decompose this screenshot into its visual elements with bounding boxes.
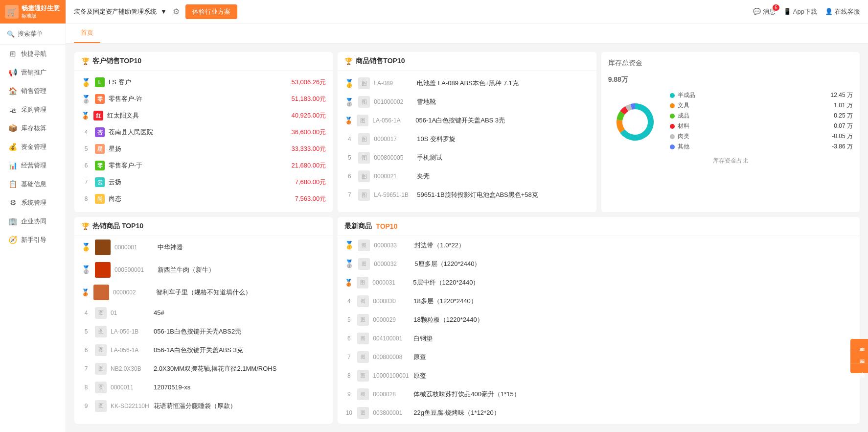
sold-product-item[interactable]: 🥇 图 LA-089 电池盖 LA-089 ABS本色+黑种 7.1克 <box>338 74 596 93</box>
tab-home[interactable]: 首页 <box>74 24 100 43</box>
sidebar-item-system[interactable]: ⚙系统管理 <box>0 193 66 212</box>
sidebar-item-inventory[interactable]: 📦库存核算 <box>0 119 66 138</box>
hot-product-item[interactable]: 6图 LA-056-1A 056-1A白色按键开关盖ABS 3克 <box>74 341 333 360</box>
sidebar-item-basic[interactable]: 📋基础信息 <box>0 175 66 193</box>
newest-product-item[interactable]: 🥈 图 0000032 5厘多层（1220*2440） <box>338 255 860 273</box>
customer-item[interactable]: 7 云 云扬 7,680.00元 <box>74 174 333 191</box>
nav-icon-basic: 📋 <box>8 180 17 189</box>
newest-product-item[interactable]: 8 图 10000100001 原盔 <box>338 366 860 385</box>
sidebar-item-guide[interactable]: 🧭新手引导 <box>0 231 66 249</box>
settings-icon[interactable]: ⚙ <box>173 7 180 16</box>
rank-number: 5 <box>344 154 354 161</box>
nav-label-purchase: 采购管理 <box>21 105 46 114</box>
legend-dot <box>670 124 675 129</box>
newest-product-item[interactable]: 🥇 图 0000033 封边带（1.0*22） <box>338 236 860 255</box>
customer-badge: 零 <box>95 94 105 104</box>
newest-product-item[interactable]: 🥉 图 0000031 5层中纤（1220*2440） <box>338 273 860 292</box>
product-code: 10000100001 <box>373 372 410 379</box>
float-service-button[interactable]: 客服热线 <box>850 339 868 351</box>
customer-ranking-header: 🏆 客户销售TOP10 <box>74 52 333 71</box>
newest-product-item[interactable]: 4 图 0000030 18多层（1220*2440） <box>338 292 860 311</box>
customer-name: LS 客户 <box>109 78 287 87</box>
hot-product-item[interactable]: 🥉 0000002 智利车子里（规格不知道填什么） <box>74 281 333 304</box>
product-name: 10S 变料罗旋 <box>417 135 589 144</box>
product-name: 45# <box>154 309 326 316</box>
product-code: LA-056-1A <box>372 117 411 124</box>
sold-product-item[interactable]: 🥈 图 001000002 雪地靴 <box>338 93 596 111</box>
nav-icon-operation: 📊 <box>8 161 17 170</box>
sidebar-item-purchase[interactable]: 🛍采购管理 <box>0 100 66 119</box>
product-thumb-placeholder: 图 <box>357 351 369 363</box>
newest-product-item[interactable]: 10 图 003800001 22g鱼豆腐-烧烤味（1*12*20） <box>338 404 860 422</box>
customer-name: 尚态 <box>109 194 291 203</box>
product-code: 000800008 <box>373 354 410 360</box>
product-code: 0000017 <box>374 136 413 143</box>
sold-product-item[interactable]: 6 图 0000021 夹壳 <box>338 167 596 186</box>
product-name: 新西兰牛肉（新牛） <box>158 265 326 274</box>
customer-item[interactable]: 4 杏 苍南县人民医院 36,600.00元 <box>74 124 333 141</box>
hot-product-item[interactable]: 5图 LA-056-1B 056-1B白色按键开关壳ABS2壳 <box>74 322 333 341</box>
sold-product-item[interactable]: 7 图 LA-59651-1B 59651-1B旋转投影灯电池盒ABS黑色+58… <box>338 186 596 204</box>
app-download-button[interactable]: 📱 App下载 <box>783 7 817 16</box>
newest-product-item[interactable]: 5 图 0000029 18颗粒板（1220*2440） <box>338 311 860 329</box>
product-thumb-placeholder: 图 <box>358 258 370 270</box>
search-menu-button[interactable]: 🔍 搜索菜单 <box>5 27 61 40</box>
hot-product-item[interactable]: 7图 NB2.0X30B 2.0X30MM双摆花轴,摆花直径2.1MM/ROHS <box>74 360 333 378</box>
sidebar: 🛒 畅捷通好生意 标准版 🔍 搜索菜单 ⊞快捷导航📢营销推广🏠销售管理🛍采购管理… <box>0 0 66 432</box>
sidebar-item-finance[interactable]: 💰资金管理 <box>0 138 66 156</box>
hot-product-item[interactable]: 9图 KK-SD22110H 花语萌恒温分腿睡袋（厚款） <box>74 397 333 415</box>
sidebar-item-quick-nav[interactable]: ⊞快捷导航 <box>0 45 66 63</box>
newest-product-item[interactable]: 6 图 004100001 白钢垫 <box>338 329 860 348</box>
customer-item[interactable]: 8 尚 尚态 7,563.00元 <box>74 191 333 207</box>
product-thumb-placeholder: 图 <box>358 133 370 145</box>
inventory-value: 9.88 <box>608 75 621 83</box>
customer-amount: 7,563.00元 <box>295 194 326 203</box>
nav-label-inventory: 库存核算 <box>21 124 46 133</box>
float-live-button[interactable]: 直播 <box>850 363 868 373</box>
float-community-button[interactable]: 服务社区 <box>850 351 868 363</box>
hot-product-item[interactable]: 4图 01 45# <box>74 304 333 322</box>
customer-item[interactable]: 6 零 零售客户-于 21,680.00元 <box>74 157 333 174</box>
customer-item[interactable]: 🥉 红 红太阳文具 40,925.00元 <box>74 107 333 124</box>
legend-item: 肉类 -0.05 万 <box>670 132 853 141</box>
inventory-unit: 万 <box>621 75 628 83</box>
sold-product-item[interactable]: 4 图 0000017 10S 变料罗旋 <box>338 130 596 148</box>
sold-product-item[interactable]: 🥉 图 LA-056-1A 056-1A白色按键开关盖ABS 3壳 <box>338 111 596 130</box>
newest-product-item[interactable]: 7 图 000800008 原查 <box>338 348 860 366</box>
product-name: 智利车子里（规格不知道填什么） <box>156 288 326 297</box>
rank-number: 6 <box>81 162 91 169</box>
customer-amount: 7,680.00元 <box>295 178 326 187</box>
hot-products-panel: 🏆 热销商品 TOP10 🥇 0000001 中华神器🥈 000500001 新… <box>74 217 333 424</box>
newest-product-item[interactable]: 9 图 0000028 体械荔枝味苏打饮品400毫升（1*15） <box>338 385 860 404</box>
rank-number: 9 <box>81 403 91 409</box>
message-button[interactable]: 💬 消息 6 <box>753 7 776 16</box>
product-code: LA-056-1A <box>111 347 150 354</box>
sidebar-item-enterprise[interactable]: 🏢企业协同 <box>0 212 66 231</box>
customer-name: 苍南县人民医院 <box>109 128 287 137</box>
nav-icon-purchase: 🛍 <box>8 106 17 114</box>
trial-button[interactable]: 体验行业方案 <box>185 4 237 19</box>
sold-product-item[interactable]: 5 图 000800005 手机测试 <box>338 148 596 167</box>
hot-product-item[interactable]: 🥈 000500001 新西兰牛肉（新牛） <box>74 259 333 281</box>
system-selector[interactable]: 装备及固定资产辅助管理系统 ▼ <box>74 7 167 16</box>
customer-item[interactable]: 🥇 L LS 客户 53,006.26元 <box>74 74 333 91</box>
product-thumb-placeholder: 图 <box>95 363 107 375</box>
hot-product-item[interactable]: 8图 0000011 12070519-xs <box>74 378 333 397</box>
customer-badge: 云 <box>95 177 105 187</box>
customer-item[interactable]: 🥈 零 零售客户-许 51,183.00元 <box>74 91 333 107</box>
sidebar-item-marketing[interactable]: 📢营销推广 <box>0 63 66 82</box>
rank-number: 8 <box>81 195 91 202</box>
customer-item[interactable]: 5 星 星扬 33,333.00元 <box>74 141 333 157</box>
online-service-button[interactable]: 👤 在线客服 <box>825 7 860 16</box>
customer-badge: 星 <box>95 144 105 154</box>
sidebar-item-sales[interactable]: 🏠销售管理 <box>0 82 66 100</box>
sidebar-item-operation[interactable]: 📊经营管理 <box>0 156 66 175</box>
product-code: 01 <box>111 310 150 316</box>
nav-icon-marketing: 📢 <box>8 68 17 77</box>
product-name: 056-1B白色按键开关壳ABS2壳 <box>154 327 326 336</box>
legend-dot <box>670 114 675 119</box>
hot-product-item[interactable]: 🥇 0000001 中华神器 <box>74 236 333 259</box>
inventory-amount: 9.88万 <box>608 70 853 85</box>
product-name: 2.0X30MM双摆花轴,摆花直径2.1MM/ROHS <box>154 364 326 373</box>
legend-value: 1.01 万 <box>834 101 853 110</box>
